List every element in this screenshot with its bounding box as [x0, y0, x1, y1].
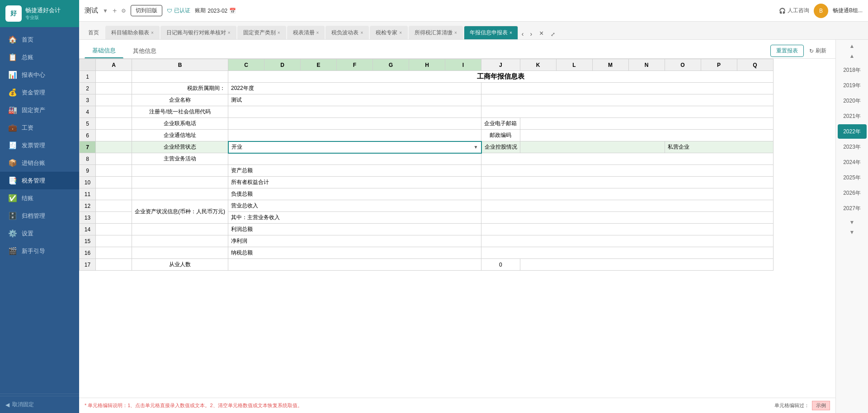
col-header-c[interactable]: C — [228, 59, 264, 71]
spreadsheet-title-cell[interactable]: 工商年报信息表 — [228, 71, 774, 83]
year-item-2026[interactable]: 2026年 — [838, 186, 867, 200]
year-panel-nav-bottom: ▼ ▼ — [836, 216, 868, 239]
col-header-f[interactable]: F — [337, 59, 373, 71]
tab-income-tax-close-icon[interactable]: × — [454, 30, 457, 35]
sidebar-logo: 好 畅捷通好会计 专业版 — [0, 0, 79, 27]
tab-income-tax[interactable]: 所得税汇算清缴 × — [409, 26, 463, 39]
add-workspace-button[interactable]: + — [113, 7, 117, 15]
sidebar-label-tax: 税务管理 — [22, 177, 45, 185]
tab-journal-close-icon[interactable]: × — [228, 30, 231, 35]
year-item-2019[interactable]: 2019年 — [838, 78, 867, 93]
year-scroll-up-button[interactable]: ▲ — [844, 42, 860, 51]
col-header-p[interactable]: P — [701, 59, 737, 71]
col-header-l[interactable]: L — [556, 59, 592, 71]
settings-gear-icon[interactable]: ⚙ — [121, 8, 126, 14]
tab-next-button[interactable]: › — [527, 28, 535, 39]
col-header-d[interactable]: D — [264, 59, 301, 71]
year-item-2020[interactable]: 2020年 — [838, 94, 867, 108]
year-scroll-down-button[interactable]: ▼ — [844, 218, 860, 227]
tab-aux[interactable]: 科目辅助余额表 × — [105, 26, 160, 39]
tab-expand-button[interactable]: ⤢ — [548, 29, 558, 39]
headset-icon: 🎧 — [779, 8, 786, 14]
col-header-m[interactable]: M — [592, 59, 628, 71]
sidebar-item-reports[interactable]: 📊报表中心 — [0, 66, 79, 84]
sidebar-item-inventory[interactable]: 📦进销台账 — [0, 154, 79, 172]
calendar-icon[interactable]: 📅 — [229, 8, 236, 14]
year-item-2024[interactable]: 2024年 — [838, 155, 867, 169]
spreadsheet-scroll-area[interactable]: A B C D E F G H I J K L M — [79, 59, 835, 398]
tab-close-all-button[interactable]: × — [536, 28, 547, 39]
tab-fixed-asset-type[interactable]: 固定资产类别 × — [237, 26, 286, 39]
sub-tab-other-label: 其他信息 — [133, 47, 156, 54]
reset-report-button[interactable]: 重置报表 — [770, 45, 804, 57]
tax-icon: 📑 — [8, 176, 17, 185]
workspace-chevron-icon[interactable]: ▼ — [103, 8, 108, 14]
year-scroll-down2-button[interactable]: ▼ — [844, 228, 860, 237]
sidebar-item-payroll[interactable]: 💼工资 — [0, 119, 79, 136]
sub-tab-basic[interactable]: 基础信息 — [85, 43, 123, 58]
year-item-2023[interactable]: 2023年 — [838, 140, 867, 154]
col-header-n[interactable]: N — [628, 59, 665, 71]
tab-annual-report-close-icon[interactable]: × — [509, 30, 512, 35]
ai-consult-button[interactable]: 🎧 人工咨询 — [779, 7, 809, 14]
col-header-index — [80, 59, 96, 71]
tab-home[interactable]: 首页 — [83, 26, 104, 39]
table-row: 8 主营业务活动 — [80, 153, 774, 165]
tab-prev-button[interactable]: ‹ — [519, 28, 527, 39]
tab-tax-expert-close-icon[interactable]: × — [399, 30, 402, 35]
top-bar: 测试 ▼ + ⚙ 切到旧版 🛡 已认证 账期 2023-02 📅 🎧 人工咨询 … — [79, 0, 868, 22]
tab-fixed-asset-type-close-icon[interactable]: × — [278, 30, 280, 35]
sidebar-item-fixed_assets[interactable]: 🏭固定资产 — [0, 101, 79, 119]
year-item-2027[interactable]: 2027年 — [838, 201, 867, 216]
ai-consult-label: 人工咨询 — [788, 7, 809, 14]
col-header-j[interactable]: J — [481, 59, 520, 71]
row-num-13: 13 — [80, 212, 96, 224]
col-header-g[interactable]: G — [373, 59, 409, 71]
tab-aux-close-icon[interactable]: × — [151, 30, 154, 35]
table-row: 10 所有者权益合计 — [80, 177, 774, 188]
table-row: 5 企业联系电话 企业电子邮箱 — [80, 118, 774, 130]
spreadsheet-container: 基础信息 其他信息 重置报表 ↻ 刷新 A — [79, 40, 835, 413]
tab-tax-expert[interactable]: 税检专家 × — [370, 26, 408, 39]
year-item-2021[interactable]: 2021年 — [838, 109, 867, 123]
tab-tax-clearance[interactable]: 税表清册 × — [287, 26, 325, 39]
sidebar-item-settings[interactable]: ⚙️设置 — [0, 225, 79, 242]
year-panel: ▲ ▲ 2018年 2019年 2020年 2021年 2022年 2023年 … — [835, 40, 868, 413]
sidebar-item-funds[interactable]: 💰资金管理 — [0, 84, 79, 101]
tab-income-tax-label: 所得税汇算清缴 — [415, 29, 453, 37]
sub-tab-other[interactable]: 其他信息 — [125, 44, 164, 58]
sidebar-nav: 🏠首页📋总账📊报表中心💰资金管理🏭固定资产💼工资🧾发票管理📦进销台账📑税务管理✅… — [0, 27, 79, 392]
col-header-e[interactable]: E — [301, 59, 337, 71]
refresh-button[interactable]: ↻ 刷新 — [806, 45, 830, 56]
year-item-2025[interactable]: 2025年 — [838, 170, 867, 185]
tab-annual-report[interactable]: 年报信息申报表 × — [464, 26, 518, 39]
tab-journal[interactable]: 日记账与银行对账单核对 × — [160, 26, 236, 39]
col-header-a[interactable]: A — [96, 59, 132, 71]
col-header-h[interactable]: H — [409, 59, 445, 71]
sidebar-item-home[interactable]: 🏠首页 — [0, 31, 79, 48]
verified-text: 已认证 — [174, 7, 190, 14]
col-header-o[interactable]: O — [665, 59, 701, 71]
tab-tax-clearance-close-icon[interactable]: × — [316, 30, 319, 35]
col-header-i[interactable]: I — [445, 59, 481, 71]
year-item-2022[interactable]: 2022年 — [838, 124, 867, 139]
col-header-q[interactable]: Q — [737, 59, 773, 71]
col-header-k[interactable]: K — [520, 59, 556, 71]
tab-tax-wave-close-icon[interactable]: × — [360, 30, 363, 35]
sidebar-item-invoice[interactable]: 🧾发票管理 — [0, 136, 79, 154]
business-status-dropdown[interactable]: 开业 ▼ — [231, 143, 478, 151]
sidebar-item-tax[interactable]: 📑税务管理 — [0, 172, 79, 189]
sidebar-label-home: 首页 — [22, 36, 33, 44]
sidebar-unpin[interactable]: ◀ 取消固定 — [0, 396, 79, 413]
year-scroll-up2-button[interactable]: ▲ — [844, 52, 860, 61]
tab-tax-wave[interactable]: 税负波动表 × — [326, 26, 369, 39]
status-bar: * 单元格编辑说明：1、点击单元格直接录入数值或文本。2、清空单元格数值或文本恢… — [79, 398, 835, 413]
switch-old-version-button[interactable]: 切到旧版 — [131, 5, 162, 16]
sidebar-item-closing[interactable]: ✅结账 — [0, 189, 79, 207]
refresh-icon: ↻ — [809, 48, 814, 54]
sidebar-item-newbie[interactable]: 🎬新手引导 — [0, 242, 79, 260]
sidebar-item-archive[interactable]: 🗄️归档管理 — [0, 207, 79, 225]
sidebar-item-ledger[interactable]: 📋总账 — [0, 48, 79, 66]
year-item-2018[interactable]: 2018年 — [838, 63, 867, 77]
col-header-b[interactable]: B — [132, 59, 228, 71]
